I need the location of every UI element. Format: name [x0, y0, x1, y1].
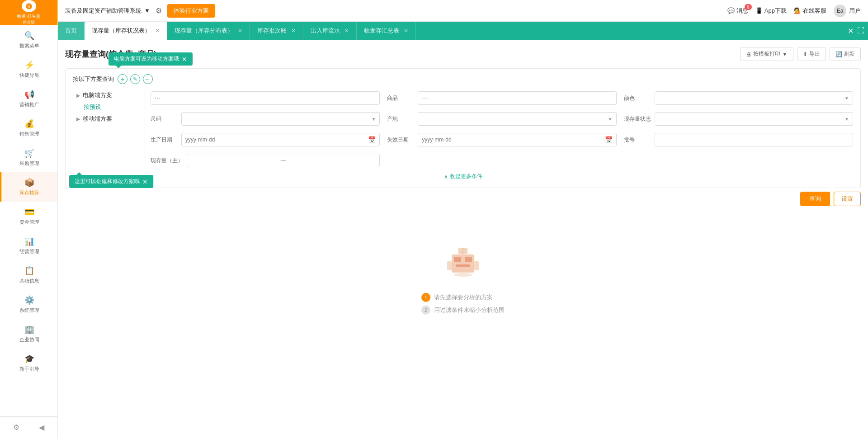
sidebar-item-sales[interactable]: 💰 销售管理: [0, 113, 57, 143]
tab-inventory-distribution-close[interactable]: ✕: [238, 28, 242, 34]
tab-batch-ledger[interactable]: 库存批次账 ✕: [250, 22, 303, 40]
sidebar-item-enterprise[interactable]: 🏢 企业协同: [0, 319, 57, 349]
scheme-item-sub[interactable]: 按预设: [73, 101, 139, 113]
system-selector[interactable]: 装备及固定资产辅助管理系统 ▼: [65, 7, 150, 15]
tab-maximize-btn[interactable]: ⛶: [857, 27, 864, 35]
app-name: 畅通·好生意: [17, 13, 41, 19]
warehouse-input[interactable]: ···: [151, 91, 380, 105]
sidebar-settings-btn[interactable]: ⚙: [13, 423, 19, 432]
step2-text: 用过滤条件来缩小分析范围: [434, 306, 505, 314]
refresh-icon: 🔄: [835, 51, 842, 57]
tab-flow-record-close[interactable]: ✕: [344, 28, 349, 34]
settings-query-button[interactable]: 设置: [834, 192, 861, 206]
export-button[interactable]: ⬆ 导出: [797, 47, 826, 61]
settings-icon[interactable]: ⚙: [156, 6, 162, 15]
sidebar-item-marketing[interactable]: 📢 营销推广: [0, 84, 57, 113]
inventory-status-select[interactable]: ▼: [655, 112, 853, 126]
tab-inventory-status-close[interactable]: ✕: [155, 28, 160, 34]
empty-illustration: [440, 239, 486, 284]
tooltip2-close[interactable]: ✕: [142, 178, 148, 185]
online-service-btn[interactable]: 💁 在线客服: [794, 7, 826, 15]
tab-home-label: 首页: [65, 27, 77, 35]
filter-back-button[interactable]: ←: [143, 74, 153, 84]
expiry-date-input[interactable]: 📅: [418, 133, 616, 146]
scheme-item-mobile[interactable]: ▶ 移动端方案: [73, 113, 139, 125]
sidebar-item-purchase[interactable]: 🛒 采购管理: [0, 143, 57, 172]
message-icon: 💬: [727, 7, 735, 14]
sidebar-item-operation[interactable]: 📊 经营管理: [0, 231, 57, 260]
size-select[interactable]: ▼: [181, 112, 380, 126]
app-download-btn[interactable]: 📱 App下载: [755, 7, 787, 15]
filter-collapse-btn[interactable]: ∧ 收起更多条件: [73, 169, 853, 182]
mobile-expand-icon: ▶: [76, 116, 80, 122]
fields-panel: ··· 商品 ··· 颜色: [151, 89, 853, 169]
empty-step-1: 1 请先选择要分析的方案: [421, 293, 505, 302]
filter-edit-button[interactable]: ✎: [130, 74, 140, 84]
size-arrow-icon: ▼: [371, 117, 376, 122]
tab-home[interactable]: 首页: [58, 22, 85, 40]
scheme-item-pc[interactable]: ▶ 电脑端方案: [73, 89, 139, 101]
sidebar-item-quick-nav[interactable]: ⚡ 快捷导航: [0, 55, 57, 84]
tab-batch-ledger-close[interactable]: ✕: [291, 28, 296, 34]
tab-inventory-distribution[interactable]: 现存量（库存分布表） ✕: [167, 22, 250, 40]
refresh-button[interactable]: 🔄 刷新: [830, 47, 861, 61]
form-row-4: 现存量（主） —: [151, 152, 853, 169]
sidebar-item-system[interactable]: ⚙️ 系统管理: [0, 290, 57, 319]
form-item-produce-date: 生产日期 📅: [151, 133, 380, 146]
sidebar-item-guide[interactable]: 🎓 新手引导: [0, 349, 57, 378]
tab-summary-table-close[interactable]: ✕: [404, 28, 408, 34]
tooltip1-close[interactable]: ✕: [182, 56, 187, 63]
tab-inventory-status-label: 现存量（库存状况表）: [92, 27, 151, 35]
produce-date-field[interactable]: [185, 137, 368, 143]
svg-rect-4: [465, 257, 472, 262]
top-header: 装备及固定资产辅助管理系统 ▼ ⚙ 体验行业方案 💬 消息 8 📱 App下载 …: [58, 0, 868, 22]
tab-batch-ledger-label: 库存批次账: [257, 27, 287, 35]
inventory-qty-input[interactable]: —: [187, 154, 380, 167]
system-name: 装备及固定资产辅助管理系统: [65, 7, 142, 15]
user-menu[interactable]: Ea 用户: [834, 5, 861, 17]
sidebar-collapse-btn[interactable]: ◀: [39, 423, 44, 432]
sidebar-footer: ⚙ ◀: [0, 416, 57, 438]
produce-date-input[interactable]: 📅: [181, 133, 380, 146]
message-badge: 8: [745, 4, 752, 10]
produce-date-label: 生产日期: [151, 136, 178, 144]
batch-no-input[interactable]: [655, 133, 853, 146]
purchase-icon: 🛒: [24, 148, 34, 158]
form-row-3: 生产日期 📅 失效日期 📅: [151, 131, 853, 148]
phone-icon: 📱: [755, 7, 763, 14]
inventory-qty-field[interactable]: [191, 157, 277, 164]
color-select[interactable]: ▼: [655, 91, 853, 105]
sidebar-item-basic-info[interactable]: 📋 基础信息: [0, 260, 57, 290]
form-item-size: 尺码 ▼: [151, 112, 380, 126]
header-right: 💬 消息 8 📱 App下载 💁 在线客服 Ea 用户: [727, 5, 861, 17]
goods-input[interactable]: ···: [418, 91, 616, 105]
scheme-item-mobile-label: 移动端方案: [83, 115, 112, 123]
inv-status-arrow-icon: ▼: [844, 117, 849, 122]
print-button[interactable]: 🖨 按模板打印 ▼: [740, 47, 793, 61]
form-item-color: 颜色 ▼: [624, 91, 853, 105]
origin-arrow-icon: ▼: [608, 117, 613, 122]
app-logo: 6 畅通·好生意 标准版: [0, 0, 57, 25]
message-btn[interactable]: 💬 消息 8: [727, 7, 748, 15]
tab-flow-record-label: 出入库流水: [311, 27, 340, 35]
sidebar-item-finance[interactable]: 💳 资金管理: [0, 202, 57, 231]
sidebar-item-inventory[interactable]: 📦 库存核算: [0, 172, 57, 202]
main-area: 装备及固定资产辅助管理系统 ▼ ⚙ 体验行业方案 💬 消息 8 📱 App下载 …: [58, 0, 868, 438]
tab-close-all-btn[interactable]: ✕: [848, 27, 854, 35]
search-button[interactable]: 查询: [800, 192, 830, 206]
page-actions: 🖨 按模板打印 ▼ ⬆ 导出 🔄 刷新: [740, 47, 861, 61]
tab-summary-table[interactable]: 收发存汇总表 ✕: [357, 22, 416, 40]
produce-date-calendar-icon[interactable]: 📅: [368, 136, 376, 143]
sidebar-item-search-menu[interactable]: 🔍 搜索菜单: [0, 25, 57, 55]
inventory-qty-field-end[interactable]: [290, 157, 376, 164]
basic-info-icon: 📋: [24, 266, 34, 276]
filter-add-button[interactable]: +: [118, 74, 127, 84]
tab-flow-record[interactable]: 出入库流水 ✕: [303, 22, 357, 40]
tab-inventory-status[interactable]: 现存量（库存状况表） ✕: [85, 22, 167, 40]
batch-no-field[interactable]: [659, 137, 849, 143]
trial-button[interactable]: 体验行业方案: [167, 4, 215, 18]
origin-select[interactable]: ▼: [418, 112, 616, 126]
expiry-date-calendar-icon[interactable]: 📅: [605, 136, 613, 143]
expiry-date-field[interactable]: [422, 137, 604, 143]
avatar: Ea: [834, 5, 846, 17]
